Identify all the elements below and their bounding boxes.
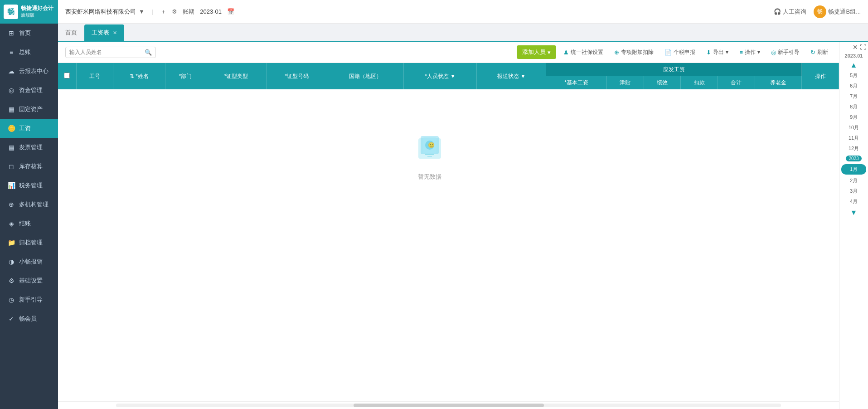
personal-tax-button[interactable]: 📄 个税申报 [661,47,699,58]
month-item-9[interactable]: 9月 [839,112,868,122]
month-item-6[interactable]: 6月 [839,81,868,91]
empty-text: 暂无数据 [418,173,441,181]
sidebar-item-label: 税务管理 [19,181,43,190]
month-item-jan-active[interactable]: 1月 [841,164,866,175]
sidebar-item-label: 新手引导 [19,296,43,304]
settings-button[interactable]: ⚙ [172,8,177,15]
export-dropdown-icon: ▾ [726,49,728,55]
sidebar-item-fixed-assets[interactable]: ▦ 固定资产 [0,100,58,119]
year-2023-badge-wrapper: 2023 [839,154,868,163]
refresh-icon: ↻ [810,49,815,56]
add-company-button[interactable]: ＋ [160,8,166,16]
sidebar-item-label: 云报表中心 [19,67,48,75]
sidebar-item-expense[interactable]: ◑ 小畅报销 [0,252,58,271]
right-panel: ✕ ⛶ 2023.01 ▲ 5月 6月 7月 8月 9月 10月 11月 12月 [839,42,868,409]
company-name: 西安虾米网络科技有限公司 [65,8,136,16]
special-deduction-button[interactable]: ⊕ 专项附加扣除 [611,47,657,58]
tab-salary-table[interactable]: 工资表 ✕ [84,24,124,41]
company-selector[interactable]: 西安虾米网络科技有限公司 ▼ [65,8,145,16]
th-base-salary: *基本工资 [546,76,607,89]
th-total: 合计 [718,76,755,89]
sidebar-item-close[interactable]: ◈ 结账 [0,214,58,233]
sidebar-item-member[interactable]: ✓ 畅会员 [0,309,58,328]
sidebar-item-label: 归档管理 [19,239,43,247]
scrollbar-area [58,401,839,409]
sidebar-item-archive[interactable]: 📁 归档管理 [0,233,58,252]
tab-home-label: 首页 [65,29,77,37]
select-all-checkbox[interactable] [64,73,70,78]
th-performance: 绩效 [644,76,681,89]
home-icon: ⊞ [7,29,15,37]
search-input[interactable] [69,49,142,55]
refresh-button[interactable]: ↻ 刷新 [807,47,832,58]
main-content: 西安虾米网络科技有限公司 ▼ | ＋ ⚙ 账期 2023-01 📅 🎧 人工咨询… [58,0,868,409]
horizontal-scrollbar[interactable] [116,404,781,407]
month-item-apr[interactable]: 4月 [839,196,868,207]
expense-icon: ◑ [7,258,15,265]
sidebar-item-tax[interactable]: 📊 税务管理 [0,176,58,195]
gear-icon: ⚙ [172,8,177,15]
month-item-5[interactable]: 5月 [839,70,868,81]
tab-close-icon[interactable]: ✕ [113,30,117,36]
month-item-10[interactable]: 10月 [839,122,868,133]
th-employee-id: 工号 [76,63,113,89]
panel-expand-button[interactable]: ⛶ [860,44,866,51]
sidebar-item-inventory[interactable]: ◻ 库存核算 [0,157,58,176]
operation-icon: ≡ [739,49,743,56]
th-report-status[interactable]: 报送状态 ▼ [477,63,546,89]
sidebar-item-salary[interactable]: 🪙 工资 [0,119,58,138]
tax-report-icon: 📄 [664,49,672,56]
th-nationality: 国籍（地区） [327,63,404,89]
user-menu[interactable]: 畅 畅捷通B组... [814,5,861,18]
sidebar-item-label: 基础设置 [19,277,43,285]
panel-controls: ✕ ⛶ [839,42,868,51]
th-checkbox[interactable] [58,63,76,89]
invoice-icon: ▤ [7,144,15,151]
search-wrapper: 🔍 [65,47,156,58]
export-button[interactable]: ⬇ 导出 ▾ [703,47,732,58]
up-arrow-icon[interactable]: ▲ [850,61,858,69]
tab-home[interactable]: 首页 [58,24,84,41]
deduction-icon: ⊕ [614,49,619,56]
sidebar-item-label: 多机构管理 [19,200,48,209]
sidebar-item-guide[interactable]: ◷ 新手引导 [0,290,58,309]
sidebar-item-invoice[interactable]: ▤ 发票管理 [0,138,58,157]
sidebar-item-cloud-report[interactable]: ☁ 云报表中心 [0,62,58,81]
scrollbar-thumb[interactable] [354,404,544,407]
multi-org-icon: ⊕ [7,201,15,208]
sidebar-item-fund[interactable]: ◎ 资金管理 [0,81,58,100]
settings-icon: ⚙ [7,277,15,284]
nav-up[interactable]: ▲ [839,60,868,70]
panel-close-button[interactable]: ✕ [853,44,858,51]
down-arrow-icon[interactable]: ▼ [850,209,858,216]
sidebar-item-label: 资金管理 [19,86,43,94]
month-item-mar[interactable]: 3月 [839,186,868,196]
calendar-icon[interactable]: 📅 [227,8,234,15]
month-item-12[interactable]: 12月 [839,143,868,154]
nav-down[interactable]: ▼ [839,207,868,219]
operation-dropdown-icon: ▾ [757,49,760,55]
month-item-7[interactable]: 7月 [839,91,868,102]
support-button[interactable]: 🎧 人工咨询 [774,8,806,16]
sidebar-item-label: 结账 [19,219,31,228]
toolbar: 🔍 添加人员 ▾ ♟ 统一社保设置 ⊕ 专项附加扣除 [58,42,839,63]
sidebar-item-home[interactable]: ⊞ 首页 [0,24,58,43]
th-personnel-status[interactable]: *人员状态 ▼ [404,63,477,89]
sidebar-item-ledger[interactable]: ≡ 总账 [0,43,58,62]
sidebar-item-multi-org[interactable]: ⊕ 多机构管理 [0,195,58,214]
guide-button[interactable]: ◎ 新手引导 [767,47,803,58]
social-security-button[interactable]: ♟ 统一社保设置 [560,47,607,58]
period-value: 2023-01 [200,8,222,15]
member-icon: ✓ [7,315,15,322]
th-id-number: *证型号码 [267,63,327,89]
month-item-feb[interactable]: 2月 [839,175,868,186]
social-security-label: 统一社保设置 [571,49,603,56]
month-item-11[interactable]: 11月 [839,133,868,143]
month-item-8[interactable]: 8月 [839,102,868,112]
social-icon: ♟ [563,49,569,56]
add-person-button[interactable]: 添加人员 ▾ [517,45,556,59]
operation-button[interactable]: ≡ 操作 ▾ [736,47,764,58]
add-person-label: 添加人员 [522,48,546,56]
th-operation: 操作 [802,63,839,89]
sidebar-item-basic[interactable]: ⚙ 基础设置 [0,271,58,290]
